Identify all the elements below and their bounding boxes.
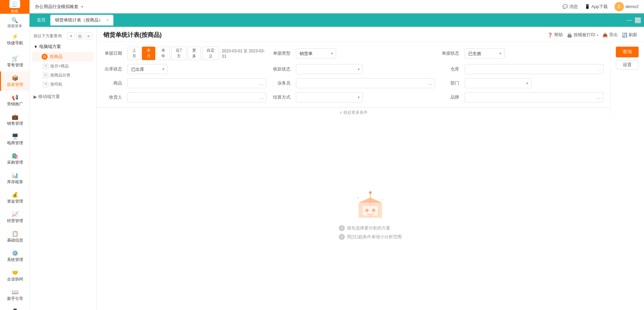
message-btn[interactable]: 💬 消息 — [562, 4, 578, 10]
print-btn[interactable]: 🖨️ 按模板打印 ▾ — [567, 32, 598, 38]
query-btns: 查询 设置 — [616, 47, 639, 69]
sidebar-item-quick-nav[interactable]: ⚡ 快捷导航 — [0, 30, 29, 49]
salesman-input[interactable] — [296, 78, 435, 88]
setting-btn[interactable]: 设置 — [616, 60, 639, 69]
refresh-icon: 🔄 — [622, 33, 627, 38]
receive-status-select[interactable] — [296, 64, 363, 74]
tab-close-icon[interactable]: × — [106, 18, 109, 22]
date-btn-custom[interactable]: 自定义 — [202, 47, 219, 60]
payment-select[interactable] — [296, 92, 363, 102]
pc-expand-icon: ▼ — [34, 44, 38, 49]
sidebar-item-appstore[interactable]: 📱 应用中心 — [0, 305, 29, 310]
hint-num-1: 1 — [339, 225, 345, 231]
out-status-select[interactable]: 已出库 — [127, 64, 168, 74]
ecommerce-label: 电商管理 — [1, 140, 29, 146]
date-btn-7days[interactable]: 近7天 — [171, 47, 186, 60]
header-right: 💬 消息 📱 App下载 E demo2 — [562, 2, 639, 11]
query-btn[interactable]: 查询 — [616, 47, 639, 57]
scheme-edit-btn[interactable]: ◎ — [76, 32, 84, 40]
scheme-header-label: 按以下方案查询 — [34, 33, 62, 39]
goods-more-icon[interactable]: … — [259, 81, 264, 86]
mobile-group-label: 移动端方案 — [38, 94, 60, 100]
date-btn-more[interactable]: 更多 — [188, 47, 201, 60]
type-select-wrapper: 销货单 — [296, 48, 336, 58]
marketing-label: 营销推广 — [1, 101, 29, 107]
scheme-collapse-btn[interactable]: « — [85, 32, 92, 40]
receiver-more-icon[interactable]: … — [259, 95, 264, 100]
receiver-input[interactable] — [127, 92, 266, 102]
tab-sales-stat[interactable]: 销货单统计表（按商品） × — [50, 15, 113, 25]
dropdown-icon[interactable]: ▾ — [81, 4, 83, 9]
sidebar-item-guide[interactable]: 📖 新手引导 — [0, 286, 29, 305]
enterprise-label: 企业协同 — [1, 276, 29, 282]
warehouse-more-icon[interactable]: … — [597, 67, 601, 71]
sales-label: 销售管理 — [1, 121, 29, 126]
guide-label: 新手引导 — [1, 296, 29, 302]
date-btn-this-month[interactable]: 本月 — [142, 47, 155, 60]
sidebar-item-operation[interactable]: 📈 经营管理 — [0, 208, 29, 227]
scheme-goods-label: 按商品 — [50, 54, 63, 60]
content-wrapper: 按以下方案查询 + ◎ « ▼ 电脑端方案 — [30, 27, 644, 310]
salesman-input-wrap: … — [296, 78, 435, 88]
collapse-bar[interactable]: ∧ 收起更多条件 — [97, 107, 610, 117]
dept-select[interactable] — [465, 78, 532, 88]
salesman-more-icon[interactable]: … — [428, 81, 432, 86]
scheme-by-month-goods[interactable]: 月 按月+商品 — [32, 62, 94, 71]
sidebar-item-basic[interactable]: 📋 基础信息 — [0, 227, 29, 247]
goods-input[interactable] — [127, 78, 266, 88]
brand-more-icon[interactable]: … — [596, 95, 601, 100]
active-tab-label: 销货单统计表（按商品） — [55, 17, 103, 23]
sidebar: 🧾 标账 🔍 搜索菜单 ⚡ 快捷导航 🛒 零售管理 📦 批发管理 📢 营销推广 … — [0, 0, 30, 310]
scheme-active-icon: 按 — [42, 54, 48, 60]
svg-point-7 — [369, 191, 372, 194]
scheme-by-driver[interactable]: 司 按司机 — [32, 80, 94, 89]
goods-input-wrap: … — [127, 78, 266, 88]
collapse-label: ∧ 收起更多条件 — [339, 110, 368, 115]
sidebar-item-sales[interactable]: 💼 销售管理 — [0, 110, 29, 130]
scheme-by-category[interactable]: 目 按商品分类 — [32, 71, 94, 80]
sidebar-item-enterprise[interactable]: 🤝 企业协同 — [0, 266, 29, 286]
pc-group-header[interactable]: ▼ 电脑端方案 — [32, 42, 94, 52]
sidebar-item-finance[interactable]: 💰 资金管理 — [0, 188, 29, 208]
help-btn[interactable]: ❓ 帮助 — [547, 32, 563, 38]
sidebar-item-retail[interactable]: 🛒 零售管理 — [0, 52, 29, 71]
refresh-btn[interactable]: 🔄 刷新 — [622, 32, 637, 38]
sidebar-item-purchase[interactable]: 🛍️ 采购管理 — [0, 149, 29, 169]
warehouse-input[interactable] — [465, 64, 603, 74]
brand-input[interactable] — [465, 92, 603, 102]
inventory-label: 库存核算 — [1, 179, 29, 185]
query-btn-area: 查询 设置 — [610, 42, 644, 117]
sidebar-item-ecommerce[interactable]: 🖥️ 电商管理 — [0, 130, 29, 149]
date-btns: 上月 本月 本年 近7天 更多 自定义 — [127, 47, 219, 60]
user-info[interactable]: E demo2 — [614, 2, 639, 11]
scheme-by-goods[interactable]: 按 按商品 — [32, 52, 94, 62]
tab-home[interactable]: 首页 — [32, 15, 50, 25]
scheme-add-btn[interactable]: + — [67, 32, 75, 40]
retail-label: 零售管理 — [1, 62, 29, 68]
tab-minimize-btn[interactable]: — — [627, 17, 632, 23]
finance-label: 资金管理 — [1, 199, 29, 204]
date-btn-this-year[interactable]: 本年 — [157, 47, 170, 60]
status-control: 已生效 — [465, 48, 603, 58]
date-btn-last-month[interactable]: 上月 — [127, 47, 141, 60]
payment-select-wrapper — [296, 92, 363, 102]
system-label: 系统管理 — [1, 257, 29, 263]
mobile-group-header[interactable]: ▶ 移动端方案 — [32, 92, 94, 102]
sidebar-search[interactable]: 🔍 搜索菜单 — [0, 14, 29, 30]
export-btn[interactable]: 📤 导出 — [602, 32, 618, 38]
sidebar-item-inventory[interactable]: 📊 库存核算 — [0, 169, 29, 188]
sidebar-item-wholesale[interactable]: 📦 批发管理 — [0, 71, 29, 91]
app-download-btn[interactable]: 📱 App下载 — [585, 4, 608, 10]
status-select[interactable]: 已生效 — [465, 48, 505, 58]
sidebar-item-system[interactable]: ⚙️ 系统管理 — [0, 247, 29, 266]
app-logo: 🧾 标账 — [0, 0, 30, 14]
goods-control: … — [127, 78, 266, 88]
type-select[interactable]: 销货单 — [296, 48, 336, 58]
filter-row-3: 商品 … 业务员 … — [103, 78, 603, 88]
basic-label: 基础信息 — [1, 238, 29, 243]
tab-maximize-btn[interactable]: ⬜ — [635, 17, 641, 23]
sidebar-item-marketing[interactable]: 📢 营销推广 — [0, 91, 29, 110]
left-scheme-panel: 按以下方案查询 + ◎ « ▼ 电脑端方案 — [30, 27, 97, 310]
home-tab-label: 首页 — [37, 17, 46, 23]
hint-num-2: 2 — [339, 234, 345, 240]
